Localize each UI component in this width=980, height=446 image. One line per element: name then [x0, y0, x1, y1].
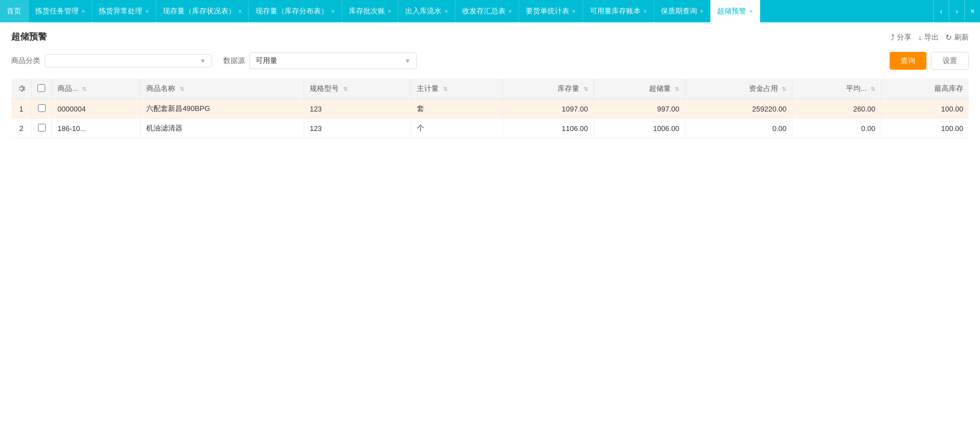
cell-stock: 1097.00: [502, 99, 594, 119]
close-icon[interactable]: ×: [700, 8, 703, 14]
col-label: 资金占用: [749, 84, 778, 93]
settings-button[interactable]: 设置: [931, 52, 969, 70]
nav-item-inout-flow[interactable]: 出入库流水 ×: [398, 0, 455, 22]
cell-avg: 0.00: [792, 119, 881, 138]
col-product-code[interactable]: 商品... ⇅: [52, 79, 141, 99]
col-label: 商品...: [57, 84, 78, 93]
nav-next-button[interactable]: ›: [949, 0, 964, 22]
nav-item-shelf-life[interactable]: 保质期查询 ×: [654, 0, 710, 22]
chevron-down-icon: ▼: [405, 57, 411, 64]
sort-icon: ⇅: [782, 86, 786, 92]
datasource-filter-group: 数据源 可用量 ▼: [223, 52, 417, 69]
overstock-table: 商品... ⇅ 商品名称 ⇅ 规格型号 ⇅ 主计量 ⇅ 库存量 ⇅: [11, 79, 969, 138]
cell-product-code: 186-10...: [52, 119, 141, 138]
cell-product-name: 机油滤清器: [141, 119, 304, 138]
datasource-select-value: 可用量: [256, 56, 400, 66]
nav-item-stock-dist[interactable]: 现存量（库存分布表） ×: [249, 0, 342, 22]
sort-icon: ⇅: [343, 86, 348, 92]
select-all-checkbox[interactable]: [37, 84, 45, 92]
row-checkbox[interactable]: [38, 104, 46, 112]
table-row: 2 186-10... 机油滤清器 123 个 1106.00 1006.00 …: [11, 119, 969, 138]
nav-item-pick-exception[interactable]: 拣货异常处理 ×: [92, 0, 156, 22]
cell-max-stock: 100.00: [881, 119, 969, 138]
col-label: 超储量: [649, 84, 671, 93]
top-navigation: 首页 拣货任务管理 × 拣货异常处理 × 现存量（库存状况表） × 现存量（库存…: [0, 0, 980, 22]
nav-item-recv-summary[interactable]: 收发存汇总表 ×: [455, 0, 519, 22]
cell-overstock: 1006.00: [594, 119, 685, 138]
close-icon[interactable]: ×: [81, 8, 85, 14]
export-button[interactable]: ↓ 导出: [918, 32, 939, 42]
col-stock[interactable]: 库存量 ⇅: [502, 79, 594, 99]
nav-item-overstock-warning[interactable]: 超储预警 ×: [710, 0, 760, 22]
settings-icon[interactable]: [17, 84, 26, 93]
nav-arrows: ‹ › ×: [933, 0, 980, 22]
datasource-select[interactable]: 可用量 ▼: [249, 52, 417, 69]
row-checkbox[interactable]: [38, 124, 46, 132]
sort-icon: ⇅: [871, 86, 875, 92]
row-num: 2: [11, 119, 32, 138]
table-body: 1 0000004 六配套新昌490BPG 123 套 1097.00 997.…: [11, 99, 969, 138]
cell-max-stock: 100.00: [881, 99, 969, 119]
table-header-row: 商品... ⇅ 商品名称 ⇅ 规格型号 ⇅ 主计量 ⇅ 库存量 ⇅: [11, 79, 969, 99]
col-capital[interactable]: 资金占用 ⇅: [685, 79, 792, 99]
close-icon[interactable]: ×: [508, 8, 512, 14]
col-label: 最高库存: [934, 84, 963, 93]
nav-close-button[interactable]: ×: [964, 0, 980, 22]
export-icon: ↓: [918, 33, 922, 42]
refresh-button[interactable]: ↻ 刷新: [945, 32, 969, 42]
cell-capital: 259220.00: [685, 99, 792, 119]
filter-actions: 查询 设置: [890, 52, 969, 70]
share-button[interactable]: ⤴ 分享: [891, 32, 911, 42]
cell-spec: 123: [304, 119, 411, 138]
category-filter-group: 商品分类 ▼: [11, 54, 212, 67]
col-settings: [11, 79, 32, 99]
datasource-label: 数据源: [223, 56, 245, 66]
close-icon[interactable]: ×: [331, 8, 334, 14]
nav-item-batch-account[interactable]: 库存批次账 ×: [342, 0, 398, 22]
cell-spec: 123: [304, 99, 411, 119]
col-product-name[interactable]: 商品名称 ⇅: [141, 79, 304, 99]
refresh-icon: ↻: [945, 33, 952, 42]
close-icon[interactable]: ×: [444, 8, 448, 14]
nav-item-order-stats[interactable]: 要货单统计表 ×: [519, 0, 583, 22]
chevron-down-icon: ▼: [200, 57, 206, 64]
query-button[interactable]: 查询: [890, 52, 926, 70]
sort-icon: ⇅: [584, 86, 588, 92]
close-icon[interactable]: ×: [238, 8, 242, 14]
col-label: 平均...: [846, 84, 867, 93]
cell-overstock: 997.00: [594, 99, 685, 119]
nav-item-pick-task[interactable]: 拣货任务管理 ×: [28, 0, 92, 22]
col-max-stock[interactable]: 最高库存: [881, 79, 969, 99]
col-unit[interactable]: 主计量 ⇅: [411, 79, 502, 99]
col-label: 主计量: [417, 84, 439, 93]
cell-unit: 套: [411, 99, 502, 119]
sort-icon: ⇅: [675, 86, 679, 92]
cell-avg: 260.00: [792, 99, 881, 119]
header-actions: ⤴ 分享 ↓ 导出 ↻ 刷新: [891, 32, 969, 42]
col-spec[interactable]: 规格型号 ⇅: [304, 79, 411, 99]
nav-item-home[interactable]: 首页: [0, 0, 28, 22]
row-checkbox-cell: [32, 99, 52, 119]
page-header: 超储预警 ⤴ 分享 ↓ 导出 ↻ 刷新: [11, 31, 969, 43]
category-select[interactable]: ▼: [45, 54, 212, 67]
col-avg[interactable]: 平均... ⇅: [792, 79, 881, 99]
filter-bar: 商品分类 ▼ 数据源 可用量 ▼ 查询 设置: [11, 52, 969, 70]
cell-product-code: 0000004: [52, 99, 141, 119]
row-checkbox-cell: [32, 119, 52, 138]
close-icon[interactable]: ×: [643, 8, 647, 14]
share-icon: ⤴: [891, 33, 895, 42]
close-icon[interactable]: ×: [145, 8, 148, 14]
close-icon[interactable]: ×: [388, 8, 391, 14]
sort-icon: ⇅: [180, 86, 184, 92]
col-label: 规格型号: [310, 84, 339, 93]
nav-prev-button[interactable]: ‹: [933, 0, 949, 22]
nav-item-avail-account[interactable]: 可用量库存账本 ×: [583, 0, 654, 22]
close-icon[interactable]: ×: [749, 8, 752, 14]
table-row: 1 0000004 六配套新昌490BPG 123 套 1097.00 997.…: [11, 99, 969, 119]
close-icon[interactable]: ×: [572, 8, 575, 14]
nav-item-stock-status[interactable]: 现存量（库存状况表） ×: [156, 0, 249, 22]
col-label: 库存量: [558, 84, 579, 93]
col-overstock[interactable]: 超储量 ⇅: [594, 79, 685, 99]
page-title: 超储预警: [11, 31, 47, 43]
col-checkbox: [32, 79, 52, 99]
